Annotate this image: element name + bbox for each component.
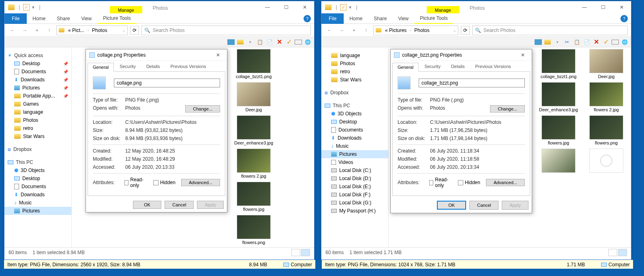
search-input[interactable]: 🔍 Search Photos [472, 25, 628, 35]
nav-item-portable[interactable]: Portable App...📌 [4, 92, 71, 100]
checkbox-icon[interactable]: ✓ [340, 4, 347, 11]
tab-security[interactable]: Security [419, 62, 445, 71]
nav-item-retro[interactable]: retro [4, 124, 71, 132]
tab-previous-versions[interactable]: Previous Versions [471, 62, 516, 71]
chevron-down-icon[interactable]: ⌄ [122, 28, 126, 32]
nav-item-language[interactable]: language [321, 51, 388, 59]
file-item[interactable]: flowers 2.jpg [584, 82, 629, 112]
delete-icon[interactable]: ✕ [592, 38, 600, 46]
nav-item-downloads[interactable]: ⬇Downloads📌 [4, 76, 71, 84]
file-item[interactable]: Deer_enhance3.jpg [231, 115, 276, 145]
thumbnail-view-icon[interactable] [227, 39, 235, 45]
contextual-tab-manage[interactable]: Manage [110, 6, 142, 13]
cancel-button[interactable]: Cancel [165, 201, 194, 209]
nav-item-language[interactable]: language [4, 108, 71, 116]
check-icon[interactable]: ✓ [602, 38, 610, 46]
icons-view-button[interactable] [618, 249, 627, 256]
file-item[interactable]: Deer.jpg [231, 82, 276, 112]
file-item[interactable]: flowers.png [584, 115, 629, 145]
quick-access-header[interactable]: ✶Quick access [4, 51, 71, 59]
nav-item-disk-c[interactable]: Local Disk (C:) [321, 166, 388, 174]
icons-view-button[interactable] [301, 249, 310, 256]
nav-item-downloads[interactable]: ⬇Downloads [321, 134, 388, 142]
nav-item-music[interactable]: ♪Music [4, 199, 71, 207]
change-button[interactable]: Change... [185, 105, 220, 113]
ribbon-tab-picture-tools[interactable]: Picture Tools [414, 13, 453, 24]
ribbon-tab-home[interactable]: Home [344, 14, 368, 23]
forward-button[interactable]: → [20, 25, 30, 35]
file-item[interactable]: collage_bzzt1.png [231, 49, 276, 79]
nav-item-desktop2[interactable]: Desktop [4, 174, 71, 183]
delete-icon[interactable]: ✕ [275, 38, 283, 46]
this-pc-header[interactable]: This PC [4, 158, 71, 166]
nav-item-disk-e[interactable]: Local Disk (E:) [321, 183, 388, 191]
details-view-button[interactable] [291, 249, 300, 256]
preview-pane-icon[interactable] [236, 38, 244, 46]
recent-dropdown[interactable]: ▾ [349, 25, 359, 35]
nav-item-disk-d[interactable]: Local Disk (D:) [321, 174, 388, 183]
nav-item-3d[interactable]: ⬢3D Objects [4, 166, 71, 174]
titlebar[interactable]: | ✓ ▾ | Manage Photos — ☐ ✕ [4, 1, 314, 13]
readonly-checkbox[interactable]: Read-only [124, 177, 148, 188]
back-button[interactable]: ← [325, 25, 334, 35]
file-item[interactable]: flowers.jpg [536, 115, 581, 145]
forward-button[interactable]: → [337, 25, 347, 35]
tab-general[interactable]: General [392, 63, 419, 72]
ok-button[interactable]: OK [133, 201, 161, 209]
checkbox-icon[interactable]: ✓ [23, 4, 30, 11]
cut-icon[interactable]: ✂ [563, 38, 571, 46]
ribbon-tab-share[interactable]: Share [51, 14, 75, 23]
filename-input[interactable] [419, 79, 525, 87]
nav-item-desktop[interactable]: Desktop [321, 118, 388, 126]
close-button[interactable]: ✕ [295, 2, 314, 13]
tab-previous-versions[interactable]: Previous Versions [166, 62, 211, 71]
nav-item-downloads2[interactable]: ⬇Downloads [4, 191, 71, 199]
hidden-checkbox[interactable]: Hidden [458, 180, 480, 185]
nav-item-disk-f[interactable]: Local Disk (F:) [321, 191, 388, 199]
nav-item-documents2[interactable]: Documents [4, 183, 71, 191]
ribbon-tab-home[interactable]: Home [27, 14, 51, 23]
ok-button[interactable]: OK [437, 201, 466, 210]
paste-icon[interactable]: 📄 [265, 38, 274, 46]
nav-item-retro[interactable]: retro [321, 68, 388, 76]
copy-icon[interactable]: 📋 [573, 38, 581, 46]
cancel-button[interactable]: Cancel [469, 201, 499, 210]
breadcrumb-parent[interactable]: « Pict... [66, 28, 86, 33]
maximize-button[interactable]: ☐ [594, 2, 612, 13]
address-bar[interactable]: « Pictures › Photos ⌄ [373, 25, 458, 35]
dialog-titlebar[interactable]: collage_bzzt.png Properties ✕ [391, 49, 532, 61]
advanced-button[interactable]: Advanced... [181, 179, 220, 186]
recent-dropdown[interactable]: ▾ [32, 25, 42, 35]
dropdown-icon[interactable]: ▾ [553, 38, 561, 46]
rename-icon[interactable] [295, 40, 302, 45]
change-button[interactable]: Change... [490, 105, 525, 113]
maximize-button[interactable]: ☐ [277, 2, 295, 13]
breadcrumb-current[interactable]: Photos [90, 28, 109, 33]
file-item[interactable]: Deer.jpg [584, 49, 629, 79]
help-icon[interactable]: ? [304, 15, 311, 22]
tab-security[interactable]: Security [115, 62, 141, 71]
copy-icon[interactable]: 📋 [256, 38, 264, 46]
address-bar[interactable]: « Pict... › Photos ⌄ [56, 25, 128, 35]
nav-item-pictures2[interactable]: Pictures [4, 207, 71, 215]
ribbon-tab-view[interactable]: View [392, 14, 414, 23]
this-pc-header[interactable]: This PC [321, 102, 388, 110]
file-item[interactable]: flowers.png [231, 215, 276, 245]
dropdown-icon[interactable]: ▾ [246, 38, 254, 46]
nav-item-passport[interactable]: My Passport (H:) [321, 207, 388, 215]
breadcrumb-parent[interactable]: « Pictures [383, 28, 408, 33]
file-item[interactable]: collage_bzzt1.png [536, 49, 581, 79]
dropdown-icon[interactable]: ▾ [30, 3, 36, 12]
back-button[interactable]: ← [8, 25, 17, 35]
dialog-titlebar[interactable]: collage.png Properties ✕ [86, 49, 227, 61]
tab-details[interactable]: Details [446, 62, 470, 71]
close-button[interactable]: ✕ [517, 51, 528, 59]
globe-icon[interactable]: 🌐 [304, 38, 312, 46]
nav-item-photos[interactable]: Photos [4, 116, 71, 124]
globe-icon[interactable]: 🌐 [620, 38, 629, 46]
breadcrumb-current[interactable]: Photos [413, 28, 431, 33]
nav-item-desktop[interactable]: Desktop📌 [4, 59, 71, 68]
rename-icon[interactable] [612, 40, 619, 45]
file-item[interactable]: Deer_enhance3.jpg [536, 82, 581, 112]
chevron-down-icon[interactable]: ⌄ [453, 28, 456, 32]
